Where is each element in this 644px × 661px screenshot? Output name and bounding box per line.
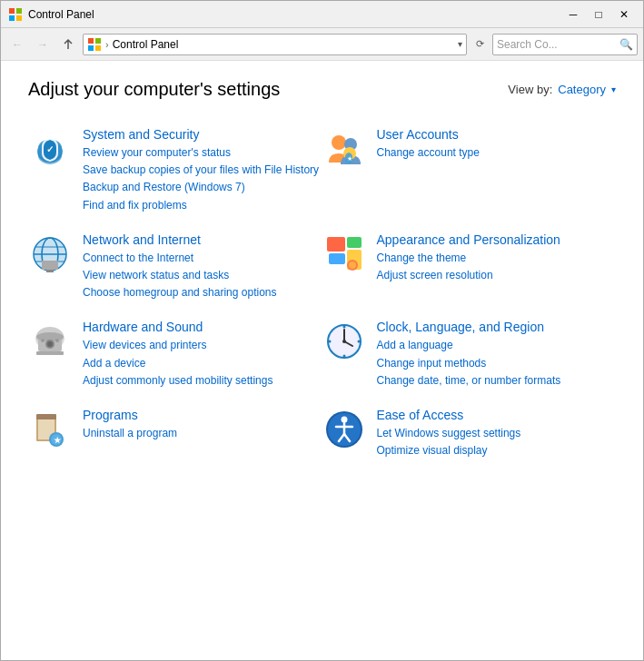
category-user-accounts: ★ User Accounts Change account type [322, 118, 617, 223]
search-bar[interactable]: Search Co... 🔍 [492, 34, 638, 55]
svg-rect-7 [95, 45, 101, 51]
svg-point-44 [357, 340, 360, 343]
folder-icon [87, 37, 102, 52]
svg-point-34 [47, 341, 53, 347]
title-bar-left: Control Panel [8, 7, 94, 22]
address-bar[interactable]: › Control Panel ▾ [83, 34, 467, 55]
category-programs: ★ Programs Uninstall a program [28, 399, 322, 469]
clock-language-title[interactable]: Clock, Language, and Region [377, 320, 561, 334]
network-internet-link-1[interactable]: View network status and tasks [83, 267, 276, 284]
content-area: Adjust your computer's settings View by:… [1, 61, 643, 660]
search-icon[interactable]: 🔍 [619, 38, 633, 51]
clock-language-link-1[interactable]: Change input methods [377, 355, 561, 372]
svg-point-37 [55, 339, 59, 342]
close-button[interactable]: ✕ [612, 5, 636, 24]
category-clock-language: Clock, Language, and Region Add a langua… [322, 311, 617, 399]
svg-rect-4 [88, 38, 94, 44]
address-text: Control Panel [113, 38, 454, 51]
clock-language-icon [322, 320, 366, 363]
category-hardware-sound: Hardware and Sound View devices and prin… [28, 311, 322, 399]
svg-point-46 [328, 340, 331, 343]
system-security-link-0[interactable]: Review your computer's status [83, 144, 319, 162]
main-window: Control Panel ─ □ ✕ ← → › [0, 0, 644, 661]
category-appearance: Appearance and Personalization Change th… [322, 223, 617, 311]
svg-rect-22 [46, 270, 54, 272]
minimize-button[interactable]: ─ [561, 5, 585, 24]
content-header: Adjust your computer's settings View by:… [28, 79, 616, 100]
category-network-internet: Network and Internet Connect to the Inte… [28, 223, 322, 311]
user-accounts-title[interactable]: User Accounts [377, 127, 480, 142]
hardware-sound-link-2[interactable]: Adjust commonly used mobility settings [83, 372, 272, 390]
address-dropdown-arrow[interactable]: ▾ [458, 39, 462, 49]
up-button[interactable] [57, 34, 79, 55]
svg-text:★: ★ [347, 155, 352, 162]
clock-language-link-0[interactable]: Add a language [377, 337, 561, 354]
system-security-content: System and Security Review your computer… [83, 127, 319, 214]
svg-rect-49 [36, 414, 56, 419]
system-security-icon: ✓ [28, 127, 72, 171]
svg-rect-5 [95, 38, 101, 44]
user-accounts-link-0[interactable]: Change account type [377, 144, 480, 162]
svg-point-28 [349, 261, 356, 269]
network-internet-link-2[interactable]: Choose homegroup and sharing options [83, 284, 276, 301]
programs-content: Programs Uninstall a program [83, 408, 177, 442]
system-security-link-1[interactable]: Save backup copies of your files with Fi… [83, 162, 319, 179]
app-icon [8, 7, 23, 22]
user-accounts-icon: ★ [322, 127, 366, 171]
view-by-control: View by: Category ▾ [508, 83, 616, 96]
clock-language-link-2[interactable]: Change date, time, or number formats [377, 372, 561, 390]
view-by-value[interactable]: Category [558, 83, 606, 96]
category-system-security: ✓ System and Security Review your comput… [28, 118, 322, 223]
svg-point-42 [342, 340, 346, 343]
hardware-sound-icon [28, 320, 72, 363]
refresh-button[interactable]: ⟳ [471, 35, 489, 54]
maximize-button[interactable]: □ [587, 5, 610, 24]
hardware-sound-title[interactable]: Hardware and Sound [83, 320, 272, 334]
svg-text:★: ★ [54, 436, 62, 445]
svg-rect-25 [347, 237, 362, 248]
hardware-sound-link-1[interactable]: Add a device [83, 355, 272, 372]
svg-rect-35 [36, 351, 64, 355]
network-internet-link-0[interactable]: Connect to the Internet [83, 250, 276, 267]
svg-rect-3 [16, 15, 22, 21]
page-title: Adjust your computer's settings [28, 79, 280, 100]
appearance-link-0[interactable]: Change the theme [377, 250, 560, 267]
ease-of-access-content: Ease of Access Let Windows suggest setti… [377, 408, 521, 459]
hardware-sound-link-0[interactable]: View devices and printers [83, 337, 272, 354]
view-by-label: View by: [508, 83, 552, 96]
breadcrumb-separator: › [105, 39, 109, 50]
svg-point-36 [41, 339, 45, 342]
svg-rect-6 [88, 45, 94, 51]
category-ease-of-access: Ease of Access Let Windows suggest setti… [322, 399, 617, 469]
window-title: Control Panel [28, 8, 94, 21]
svg-point-45 [342, 355, 345, 358]
system-security-title[interactable]: System and Security [83, 127, 319, 142]
network-internet-title[interactable]: Network and Internet [83, 232, 276, 247]
system-security-link-3[interactable]: Find and fix problems [83, 197, 319, 214]
user-accounts-content: User Accounts Change account type [377, 127, 480, 162]
system-security-link-2[interactable]: Backup and Restore (Windows 7) [83, 179, 319, 196]
up-arrow-icon [62, 38, 74, 51]
forward-button[interactable]: → [32, 34, 54, 55]
network-internet-icon [28, 232, 72, 276]
title-bar: Control Panel ─ □ ✕ [1, 1, 643, 28]
svg-rect-1 [16, 8, 22, 14]
svg-rect-2 [9, 15, 15, 21]
back-button[interactable]: ← [6, 34, 28, 55]
appearance-link-1[interactable]: Adjust screen resolution [377, 267, 560, 284]
ease-of-access-icon [322, 408, 366, 451]
svg-point-43 [342, 326, 345, 329]
search-placeholder-text: Search Co... [497, 38, 616, 51]
svg-point-11 [332, 135, 346, 150]
svg-rect-23 [327, 237, 345, 252]
programs-link-0[interactable]: Uninstall a program [83, 425, 177, 442]
programs-title[interactable]: Programs [83, 408, 177, 422]
categories-grid: ✓ System and Security Review your comput… [28, 118, 616, 469]
appearance-title[interactable]: Appearance and Personalization [377, 232, 560, 247]
ease-of-access-link-1[interactable]: Optimize visual display [377, 442, 521, 459]
window-controls: ─ □ ✕ [561, 5, 636, 24]
view-by-arrow-icon: ▾ [611, 84, 616, 94]
ease-of-access-link-0[interactable]: Let Windows suggest settings [377, 425, 521, 442]
ease-of-access-title[interactable]: Ease of Access [377, 408, 521, 422]
programs-icon: ★ [28, 408, 72, 451]
